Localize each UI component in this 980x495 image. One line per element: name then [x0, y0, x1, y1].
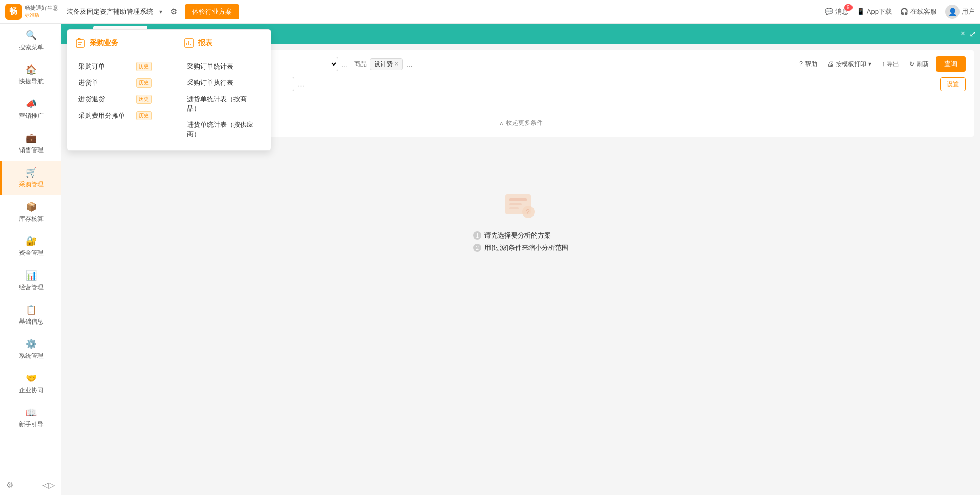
user-menu-btn[interactable]: 👤 用户: [945, 5, 975, 19]
svg-rect-1: [509, 198, 527, 201]
sidebar-item-nav[interactable]: 🏠 快捷导航: [0, 58, 61, 92]
guide-icon: 📖: [26, 407, 37, 418]
menu-item-purchase-order-stat[interactable]: 采购订单统计表: [184, 58, 263, 75]
search-icon: 🔍: [26, 30, 37, 41]
menu-item-goods-receipt-stat-by-supplier[interactable]: 进货单统计表（按供应商）: [184, 117, 263, 142]
header-settings-btn[interactable]: ⚙: [166, 5, 181, 19]
menu-item-purchase-expense-label: 采购费用分摊单: [78, 111, 125, 120]
goods-tag-close[interactable]: ×: [395, 60, 398, 68]
goods-return-history-badge[interactable]: 历史: [136, 95, 152, 104]
sidebar-item-purchase[interactable]: 🛒 采购管理: [0, 161, 61, 195]
headset-icon: 🎧: [900, 8, 908, 15]
sidebar-label-search: 搜索菜单: [19, 43, 44, 52]
query-btn[interactable]: 查询: [936, 56, 966, 72]
goods-dots[interactable]: …: [406, 60, 413, 68]
sidebar-settings-btn[interactable]: ⚙: [6, 480, 13, 490]
sidebar-item-sales[interactable]: 💼 销售管理: [0, 126, 61, 161]
goods-label: 商品: [354, 60, 367, 69]
menu-item-purchase-expense[interactable]: 采购费用分摊单 历史: [75, 107, 155, 124]
help-btn[interactable]: ? 帮助: [796, 58, 820, 71]
refresh-icon: ↻: [909, 60, 914, 68]
logo-badge: 标准版: [25, 12, 58, 19]
sales-icon: 💼: [26, 133, 37, 144]
menu-item-purchase-order[interactable]: 采购订单 历史: [75, 58, 155, 75]
help-label: 帮助: [805, 60, 817, 69]
user-label: 用户: [962, 7, 975, 16]
sidebar-item-operation[interactable]: 📊 经营管理: [0, 264, 61, 298]
doc-status-select[interactable]: [267, 57, 338, 71]
app-download-btn[interactable]: 📱 App下载: [857, 7, 892, 16]
message-btn[interactable]: 💬 消息 9: [825, 7, 848, 16]
app-label: App下载: [867, 7, 892, 16]
system-title: 装备及固定资产辅助管理系统: [67, 7, 153, 16]
salesperson-dots[interactable]: …: [297, 80, 304, 88]
menu-item-goods-receipt-stat-by-goods[interactable]: 进货单统计表（按商品）: [184, 91, 263, 117]
export-btn[interactable]: ↑ 导出: [879, 58, 902, 71]
collapse-icon: ∧: [499, 120, 504, 127]
logo-area: 畅 畅捷通好生意 标准版: [5, 4, 67, 20]
sidebar-item-marketing[interactable]: 📣 营销推广: [0, 92, 61, 126]
empty-state: ? 1 请先选择要分析的方案 2 用[过滤]条件来缩小分析范围: [68, 143, 974, 296]
sidebar-item-inventory[interactable]: 📦 库存核算: [0, 195, 61, 229]
system-icon: ⚙️: [26, 338, 37, 350]
user-avatar: 👤: [945, 5, 960, 19]
goods-filter-group: 商品 设计费 × …: [354, 58, 413, 70]
purchase-order-history-badge[interactable]: 历史: [136, 62, 152, 71]
empty-tip-1-text: 请先选择要分析的方案: [484, 231, 551, 240]
header-nav: 装备及固定资产辅助管理系统 ▾ ⚙ 体验行业方案: [67, 4, 825, 19]
header-right: 💬 消息 9 📱 App下载 🎧 在线客服 👤 用户: [825, 5, 975, 19]
sidebar-item-base[interactable]: 📋 基础信息: [0, 298, 61, 332]
finance-icon: 🔐: [26, 235, 37, 247]
home-icon: 🏠: [26, 64, 37, 75]
menu-item-purchase-order-exec[interactable]: 采购订单执行表: [184, 75, 263, 91]
menu-divider: [169, 38, 169, 142]
tab-close-all-btn[interactable]: ×: [961, 29, 965, 38]
refresh-label: 刷新: [917, 60, 929, 69]
refresh-btn[interactable]: ↻ 刷新: [906, 58, 932, 71]
doc-status-dots[interactable]: …: [342, 60, 348, 68]
report-section-icon: [184, 38, 194, 48]
settings-small-btn[interactable]: 设置: [940, 77, 966, 91]
tab-expand-btn[interactable]: ⤢: [969, 29, 976, 39]
collapse-btn[interactable]: ∧ 收起更多条件: [499, 119, 543, 127]
message-icon: 💬: [825, 8, 833, 15]
cooperation-icon: 🤝: [26, 373, 37, 384]
menu-item-purchase-order-label: 采购订单: [78, 62, 105, 71]
goods-receipt-history-badge[interactable]: 历史: [136, 78, 152, 88]
sidebar-item-search[interactable]: 🔍 搜索菜单: [0, 24, 61, 58]
tab-bar-controls: × ⤢: [961, 29, 976, 39]
empty-illustration: ?: [500, 184, 541, 225]
sidebar-collapse-btn[interactable]: ◁▷: [42, 480, 55, 490]
industry-btn[interactable]: 体验行业方案: [185, 4, 239, 19]
toolbar-right: ? 帮助 🖨 按模板打印 ▾ ↑ 导出 ↻: [796, 56, 966, 72]
sidebar-item-guide[interactable]: 📖 新手引导: [0, 401, 61, 435]
sidebar-item-cooperation[interactable]: 🤝 企业协同: [0, 367, 61, 401]
menu-item-purchase-order-stat-label: 采购订单统计表: [187, 62, 233, 71]
menu-item-goods-return[interactable]: 进货退货 历史: [75, 91, 155, 107]
top-header: 畅 畅捷通好生意 标准版 装备及固定资产辅助管理系统 ▾ ⚙ 体验行业方案 💬 …: [0, 0, 980, 24]
purchase-icon: 🛒: [26, 167, 37, 178]
svg-rect-6: [76, 40, 84, 47]
print-btn[interactable]: 🖨 按模板打印 ▾: [824, 58, 875, 71]
menu-item-goods-receipt[interactable]: 进货单 历史: [75, 75, 155, 91]
message-badge: 9: [844, 4, 853, 11]
sidebar-label-sales: 销售管理: [19, 146, 44, 155]
online-service-btn[interactable]: 🎧 在线客服: [900, 7, 937, 16]
sidebar-label-cooperation: 企业协同: [19, 386, 44, 395]
sidebar-label-system: 系统管理: [19, 352, 44, 360]
report-menu-section: 报表 采购订单统计表 采购订单执行表 进货单统计表（按商品） 进货单统计表（按供…: [184, 38, 263, 142]
system-dropdown-btn[interactable]: ▾: [159, 8, 162, 15]
help-icon: ?: [799, 60, 803, 68]
sidebar-label-purchase: 采购管理: [19, 180, 44, 189]
logo-text: 畅捷通好生意: [25, 4, 58, 11]
purchase-expense-history-badge[interactable]: 历史: [136, 111, 152, 120]
svg-text:?: ?: [526, 208, 530, 216]
svg-rect-3: [509, 207, 519, 209]
sidebar-item-system[interactable]: ⚙️ 系统管理: [0, 332, 61, 367]
goods-tag: 设计费 ×: [370, 58, 403, 70]
svg-rect-2: [509, 203, 522, 205]
menu-item-goods-receipt-stat-goods-label: 进货单统计表（按商品）: [187, 95, 260, 113]
sidebar-item-finance[interactable]: 🔐 资金管理: [0, 229, 61, 264]
menu-item-goods-return-label: 进货退货: [78, 95, 105, 104]
collapse-label: 收起更多条件: [506, 119, 543, 127]
